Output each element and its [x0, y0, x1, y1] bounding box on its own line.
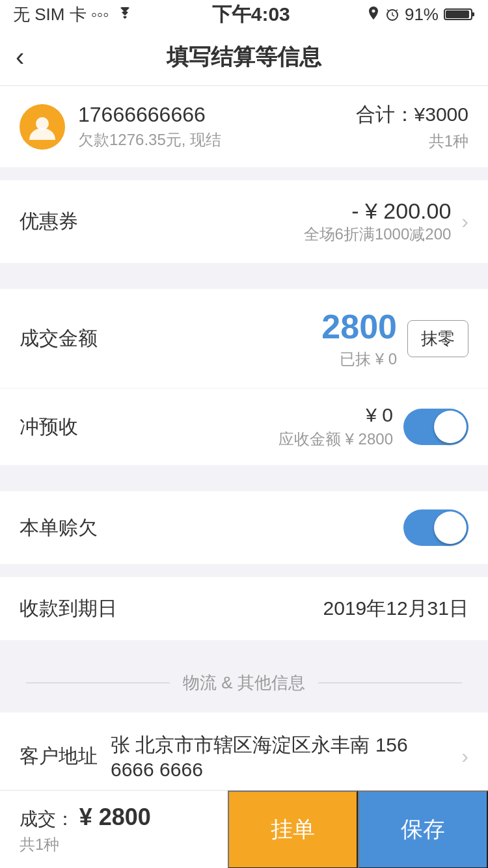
- toggle-knob: [434, 411, 467, 443]
- page-title: 填写结算等信息: [167, 42, 321, 72]
- customer-card: 17666666666 欠款1276.35元, 现结 合计：¥3000 共1种: [0, 86, 488, 167]
- location-icon: [367, 7, 380, 22]
- due-date-value: 2019年12月31日: [323, 595, 468, 622]
- nav-bar: ‹ 填写结算等信息: [0, 29, 488, 86]
- status-left: 无 SIM 卡 ◦◦◦: [13, 3, 135, 26]
- content: 17666666666 欠款1276.35元, 现结 合计：¥3000 共1种 …: [0, 86, 488, 868]
- signal-text: 无 SIM 卡 ◦◦◦: [13, 3, 109, 26]
- due-date-row: 收款到期日 2019年12月31日: [0, 577, 488, 640]
- coupon-right: - ¥ 200.00 全场6折满1000减200 ›: [304, 198, 468, 245]
- debt-right: [403, 509, 468, 546]
- round-button[interactable]: 抹零: [407, 320, 468, 357]
- pending-button[interactable]: 挂单: [228, 791, 358, 869]
- coupon-sub: 全场6折满1000减200: [304, 224, 452, 245]
- customer-right: 合计：¥3000 共1种: [356, 102, 468, 152]
- status-bar: 无 SIM 卡 ◦◦◦ 下午4:03 91%: [0, 0, 488, 29]
- bottom-total-label: 成交：: [20, 809, 74, 829]
- bottom-total-row: 成交： ¥ 2800: [20, 804, 208, 832]
- address-value: 张 北京市市辖区海淀区永丰南 156 6666 6666: [111, 732, 448, 781]
- separator-2: [0, 478, 488, 491]
- customer-info: 17666666666 欠款1276.35元, 现结: [78, 103, 221, 150]
- battery-text: 91%: [405, 5, 439, 25]
- amount-row: 成交金额 2800 已抹 ¥ 0 抹零: [0, 289, 488, 388]
- avatar: [20, 104, 65, 150]
- separator-1: [0, 276, 488, 289]
- customer-phone: 17666666666: [78, 103, 221, 127]
- coupon-value: - ¥ 200.00: [304, 198, 452, 224]
- customer-total: 合计：¥3000: [356, 102, 468, 128]
- bottom-bar: 成交： ¥ 2800 共1种 挂单 保存: [0, 790, 488, 868]
- address-label: 客户地址: [20, 743, 98, 770]
- amount-sub: 已抹 ¥ 0: [321, 349, 397, 370]
- back-button[interactable]: ‹: [16, 42, 24, 72]
- svg-rect-3: [446, 10, 469, 18]
- coupon-chevron: ›: [461, 210, 468, 234]
- logistics-divider: 物流 & 其他信息: [0, 653, 488, 712]
- bottom-total-value: ¥ 2800: [79, 804, 151, 830]
- preadvance-right: ¥ 0 应收金额 ¥ 2800: [278, 404, 468, 450]
- preadvance-label: 冲预收: [20, 414, 78, 441]
- wifi-icon: [115, 7, 135, 21]
- preadvance-sub: 应收金额 ¥ 2800: [278, 429, 393, 450]
- coupon-label: 优惠券: [20, 208, 78, 235]
- address-chevron: ›: [461, 744, 468, 768]
- amount-label: 成交金额: [20, 325, 98, 352]
- customer-left: 17666666666 欠款1276.35元, 现结: [20, 103, 221, 150]
- battery-icon: [444, 7, 475, 22]
- address-row[interactable]: 客户地址 张 北京市市辖区海淀区永丰南 156 6666 6666 ›: [0, 712, 488, 800]
- customer-count: 共1种: [356, 131, 468, 152]
- preadvance-row: 冲预收 ¥ 0 应收金额 ¥ 2800: [0, 388, 488, 465]
- coupon-section: 优惠券 - ¥ 200.00 全场6折满1000减200 ›: [0, 180, 488, 263]
- preadvance-toggle[interactable]: [403, 409, 468, 445]
- debt-label: 本单赊欠: [20, 515, 98, 541]
- debt-row: 本单赊欠: [0, 491, 488, 564]
- svg-rect-2: [472, 12, 474, 16]
- debt-toggle-knob: [434, 511, 467, 544]
- debt-section: 本单赊欠: [0, 491, 488, 564]
- status-time: 下午4:03: [212, 1, 290, 28]
- divider-line-right: [318, 683, 462, 683]
- amount-section: 成交金额 2800 已抹 ¥ 0 抹零 冲预收 ¥ 0 应收金额 ¥ 2800: [0, 289, 488, 465]
- customer-sub: 欠款1276.35元, 现结: [78, 129, 221, 150]
- amount-value-group: 2800 已抹 ¥ 0: [321, 307, 397, 370]
- debt-toggle[interactable]: [403, 509, 468, 546]
- alarm-icon: [385, 7, 400, 22]
- preadvance-value: ¥ 0: [278, 404, 393, 426]
- bottom-count: 共1种: [20, 834, 208, 855]
- bottom-summary: 成交： ¥ 2800 共1种: [0, 804, 228, 855]
- logistics-separator: 物流 & 其他信息: [0, 653, 488, 712]
- due-date-section: 收款到期日 2019年12月31日: [0, 577, 488, 640]
- divider-line-left: [26, 683, 170, 683]
- status-right: 91%: [367, 5, 475, 25]
- coupon-value-group: - ¥ 200.00 全场6折满1000减200: [304, 198, 452, 245]
- logistics-label: 物流 & 其他信息: [183, 671, 305, 694]
- amount-value: 2800: [321, 307, 397, 346]
- preadvance-value-group: ¥ 0 应收金额 ¥ 2800: [278, 404, 393, 450]
- amount-right: 2800 已抹 ¥ 0 抹零: [321, 307, 468, 370]
- coupon-row[interactable]: 优惠券 - ¥ 200.00 全场6折满1000减200 ›: [0, 180, 488, 263]
- avatar-icon: [26, 111, 59, 143]
- due-date-label: 收款到期日: [20, 595, 117, 622]
- save-button[interactable]: 保存: [358, 791, 488, 869]
